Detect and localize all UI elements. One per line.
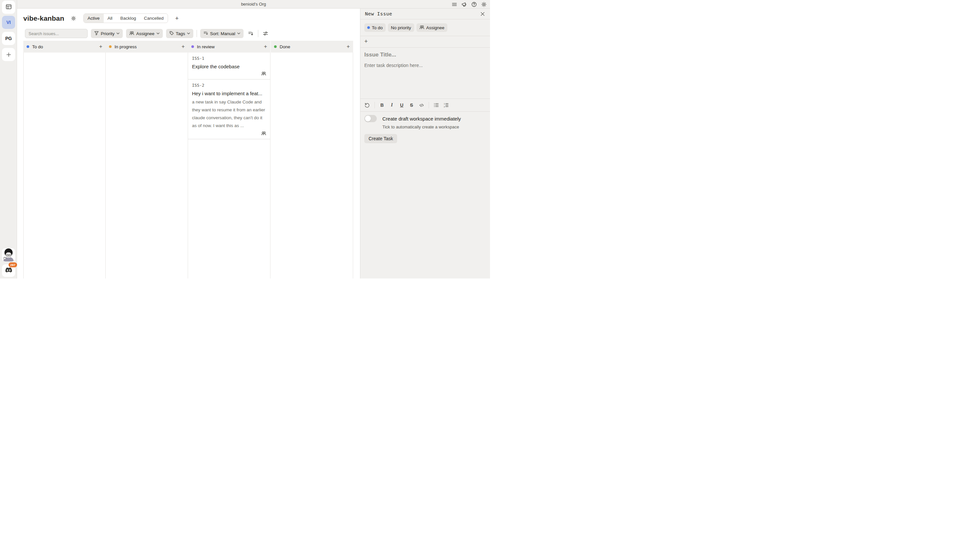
new-issue-panel: New Issue To do No priority Assignee +	[360, 8, 490, 278]
add-property-row: +	[360, 36, 490, 47]
add-card-button[interactable]: +	[182, 43, 185, 50]
column-header: To do +	[23, 41, 105, 52]
card-stack: ISS-1 Explore the codebase ISS-2 Hey i w…	[188, 52, 270, 139]
issue-title-input[interactable]: Issue Title...	[360, 47, 490, 58]
panel-title: New Issue	[365, 11, 392, 16]
board-layout-icon	[6, 3, 12, 11]
column-header: Done +	[271, 41, 353, 52]
status-chip[interactable]: To do	[364, 23, 386, 32]
assignee-filter-label: Assignee	[136, 31, 154, 36]
help-icon[interactable]	[471, 2, 477, 7]
add-workspace-button[interactable]	[2, 48, 15, 61]
toggle-knob	[365, 116, 371, 122]
add-property-button[interactable]: +	[364, 38, 368, 45]
issue-title: Hey i want to implement a feat...	[192, 91, 266, 96]
italic-icon[interactable]: I	[388, 101, 396, 109]
tags-filter-button[interactable]: Tags	[166, 29, 194, 38]
tab-cancelled[interactable]: Cancelled	[140, 14, 168, 23]
tab-active[interactable]: Active	[84, 14, 104, 23]
filter-toolbar: Priority Assignee Tags	[25, 29, 269, 38]
editor-toolbar: B I U S 12	[360, 99, 490, 112]
org-title: benioid's Org	[241, 2, 266, 7]
create-task-button[interactable]: Create Task	[364, 134, 397, 143]
column-in-review: In review + ISS-1 Explore the codebase I…	[188, 41, 271, 278]
assignee-chip[interactable]: Assignee	[417, 23, 448, 32]
funnel-icon	[94, 31, 99, 36]
sort-button[interactable]: Sort: Manual	[200, 29, 243, 38]
assignee-filter-button[interactable]: Assignee	[126, 29, 163, 38]
assignee-people-icon[interactable]	[261, 71, 266, 76]
project-title: vibe-kanban	[23, 15, 64, 22]
tab-backlog[interactable]: Backlog	[117, 14, 140, 23]
priority-chip-label: No priority	[391, 25, 411, 30]
undo-icon[interactable]	[363, 101, 372, 109]
menu-icon[interactable]	[452, 2, 457, 7]
column-name: To do	[32, 44, 99, 49]
status-chip-label: To do	[372, 25, 383, 30]
sort-direction-button[interactable]	[247, 29, 255, 37]
priority-filter-label: Priority	[101, 31, 115, 36]
tag-icon	[169, 31, 174, 36]
sort-label: Sort: Manual	[210, 31, 235, 36]
code-icon[interactable]	[417, 101, 426, 109]
underline-icon[interactable]: U	[398, 101, 406, 109]
user-avatar[interactable]	[2, 248, 15, 261]
bold-icon[interactable]: B	[378, 101, 386, 109]
editor-area[interactable]	[360, 68, 490, 99]
card-footer	[192, 71, 266, 77]
issue-description-input[interactable]: Enter task description here...	[360, 58, 490, 68]
issue-property-chips: To do No priority Assignee	[360, 20, 490, 36]
settings-gear-icon[interactable]	[481, 2, 487, 7]
draft-workspace-toggle[interactable]	[364, 115, 377, 122]
sidebar-item-pg-workspace[interactable]: PG	[2, 32, 15, 45]
project-settings-gear-icon[interactable]	[71, 16, 76, 21]
strikethrough-icon[interactable]: S	[407, 101, 416, 109]
toolbar-divider	[428, 102, 429, 108]
search-input[interactable]	[25, 29, 88, 38]
toolbar-divider	[375, 102, 375, 108]
megaphone-icon[interactable]	[461, 2, 467, 7]
tab-all[interactable]: All	[104, 14, 117, 23]
discord-notification-badge: 297	[8, 262, 17, 267]
sidebar-item-label: VI	[6, 20, 10, 25]
issue-card[interactable]: ISS-1 Explore the codebase	[188, 52, 270, 79]
priority-chip[interactable]: No priority	[388, 23, 414, 32]
app-window: benioid's Org VI PG	[0, 0, 490, 278]
svg-text:1: 1	[444, 103, 445, 105]
add-view-button[interactable]: +	[175, 15, 179, 22]
status-dot	[27, 45, 29, 48]
sidebar-item-label: PG	[5, 36, 12, 41]
sidebar-item-vi-workspace[interactable]: VI	[2, 16, 15, 29]
issue-description: a new task in say Claude Code and they w…	[192, 98, 266, 130]
toolbar-divider	[196, 30, 197, 37]
add-card-button[interactable]: +	[99, 43, 102, 50]
column-name: In review	[197, 44, 264, 49]
display-options-sliders-icon[interactable]	[261, 29, 269, 37]
chevron-down-icon	[117, 33, 120, 34]
add-card-button[interactable]: +	[347, 43, 350, 50]
panel-header: New Issue	[360, 8, 490, 20]
column-header: In review +	[188, 41, 271, 52]
column-body	[271, 52, 353, 278]
column-header: In progress +	[105, 41, 188, 52]
chevron-down-icon	[157, 33, 159, 34]
numbered-list-icon[interactable]: 12	[442, 101, 450, 109]
column-todo: To do +	[23, 41, 105, 278]
priority-filter-button[interactable]: Priority	[91, 29, 123, 38]
sort-lines-icon	[203, 31, 208, 36]
assignee-chip-label: Assignee	[426, 25, 445, 30]
view-tabs: Active All Backlog Cancelled	[83, 13, 168, 23]
bullet-list-icon[interactable]	[432, 101, 440, 109]
sidebar-item-boards[interactable]	[2, 1, 15, 14]
assignee-people-icon[interactable]	[261, 131, 266, 136]
column-name: Done	[280, 44, 347, 49]
status-dot	[367, 26, 370, 29]
add-card-button[interactable]: +	[264, 43, 267, 50]
people-icon	[129, 31, 134, 36]
issue-id: ISS-1	[192, 56, 266, 61]
column-done: Done +	[271, 41, 353, 278]
close-icon[interactable]	[480, 11, 485, 17]
issue-card[interactable]: ISS-2 Hey i want to implement a feat... …	[188, 79, 270, 139]
status-dot	[191, 45, 194, 48]
tags-filter-label: Tags	[176, 31, 185, 36]
